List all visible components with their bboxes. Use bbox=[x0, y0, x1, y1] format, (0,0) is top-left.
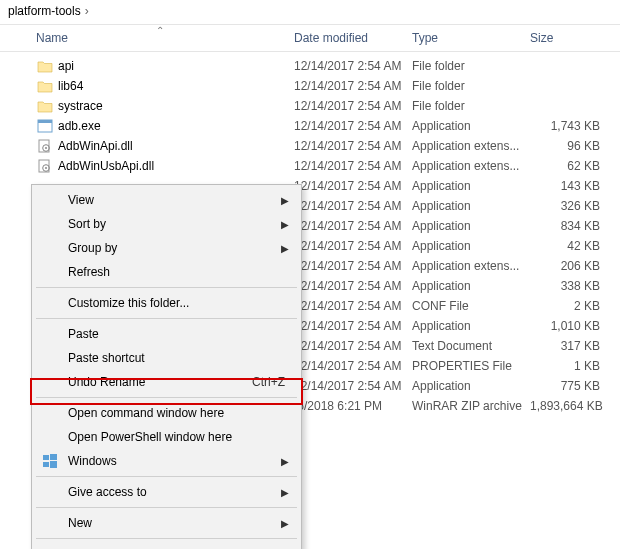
submenu-arrow-icon: ▶ bbox=[281, 487, 289, 498]
sort-caret-icon: ⌃ bbox=[156, 25, 164, 36]
file-date: 12/14/2017 2:54 AM bbox=[294, 239, 412, 253]
file-type: Application bbox=[412, 119, 530, 133]
column-size[interactable]: Size bbox=[530, 31, 620, 45]
file-size: 206 KB bbox=[530, 259, 600, 273]
file-name: lib64 bbox=[58, 79, 83, 93]
file-size: 96 KB bbox=[530, 139, 600, 153]
file-size: 1,010 KB bbox=[530, 319, 600, 333]
svg-rect-9 bbox=[50, 454, 57, 460]
file-date: 12/14/2017 2:54 AM bbox=[294, 139, 412, 153]
menu-label: Paste shortcut bbox=[68, 351, 145, 365]
file-name: adb.exe bbox=[58, 119, 101, 133]
file-type: Application bbox=[412, 199, 530, 213]
menu-paste[interactable]: Paste bbox=[34, 322, 299, 346]
menu-windows[interactable]: Windows ▶ bbox=[34, 449, 299, 473]
submenu-arrow-icon: ▶ bbox=[281, 456, 289, 467]
column-name[interactable]: Name ⌃ bbox=[36, 31, 294, 45]
menu-open-powershell-window-here[interactable]: Open PowerShell window here bbox=[34, 425, 299, 449]
menu-sort-by[interactable]: Sort by ▶ bbox=[34, 212, 299, 236]
file-type: Application bbox=[412, 239, 530, 253]
menu-label: Open command window here bbox=[68, 406, 224, 420]
file-type: File folder bbox=[412, 99, 530, 113]
file-size: 143 KB bbox=[530, 179, 600, 193]
svg-rect-11 bbox=[50, 461, 57, 468]
menu-label: Refresh bbox=[68, 265, 110, 279]
file-row[interactable]: api12/14/2017 2:54 AMFile folder bbox=[0, 56, 620, 76]
column-headers[interactable]: Name ⌃ Date modified Type Size bbox=[0, 25, 620, 52]
file-row[interactable]: AdbWinUsbApi.dll12/14/2017 2:54 AMApplic… bbox=[0, 156, 620, 176]
column-type[interactable]: Type bbox=[412, 31, 530, 45]
file-date: 12/14/2017 2:54 AM bbox=[294, 119, 412, 133]
file-name-cell: lib64 bbox=[36, 79, 294, 93]
menu-label: Customize this folder... bbox=[68, 296, 189, 310]
file-type: File folder bbox=[412, 59, 530, 73]
menu-separator bbox=[36, 476, 297, 477]
file-type: Application bbox=[412, 319, 530, 333]
menu-customize-folder[interactable]: Customize this folder... bbox=[34, 291, 299, 315]
menu-label: Sort by bbox=[68, 217, 106, 231]
menu-label: New bbox=[68, 516, 92, 530]
file-type: Application bbox=[412, 279, 530, 293]
column-date[interactable]: Date modified bbox=[294, 31, 412, 45]
submenu-arrow-icon: ▶ bbox=[281, 243, 289, 254]
file-type: Application extens... bbox=[412, 139, 530, 153]
menu-separator bbox=[36, 287, 297, 288]
file-date: 12/14/2017 2:54 AM bbox=[294, 199, 412, 213]
menu-give-access-to[interactable]: Give access to ▶ bbox=[34, 480, 299, 504]
menu-label: Paste bbox=[68, 327, 99, 341]
file-row[interactable]: AdbWinApi.dll12/14/2017 2:54 AMApplicati… bbox=[0, 136, 620, 156]
file-row[interactable]: adb.exe12/14/2017 2:54 AMApplication1,74… bbox=[0, 116, 620, 136]
menu-separator bbox=[36, 538, 297, 539]
file-name-cell: systrace bbox=[36, 99, 294, 113]
file-date: 12/14/2017 2:54 AM bbox=[294, 159, 412, 173]
file-date: 12/14/2017 2:54 AM bbox=[294, 379, 412, 393]
file-date: 12/14/2017 2:54 AM bbox=[294, 319, 412, 333]
svg-rect-1 bbox=[38, 120, 52, 123]
breadcrumb[interactable]: platform-tools › bbox=[0, 0, 620, 22]
svg-rect-10 bbox=[43, 462, 49, 467]
file-size: 326 KB bbox=[530, 199, 600, 213]
file-name: AdbWinApi.dll bbox=[58, 139, 133, 153]
breadcrumb-folder[interactable]: platform-tools bbox=[8, 4, 81, 18]
folder-icon bbox=[36, 59, 54, 73]
file-date: 12/14/2017 2:54 AM bbox=[294, 79, 412, 93]
folder-icon bbox=[36, 79, 54, 93]
file-size: 1,743 KB bbox=[530, 119, 600, 133]
file-date: 12/14/2017 2:54 AM bbox=[294, 339, 412, 353]
file-date: 12/14/2017 2:54 AM bbox=[294, 219, 412, 233]
menu-label: Group by bbox=[68, 241, 117, 255]
menu-properties[interactable]: Properties bbox=[34, 542, 299, 549]
submenu-arrow-icon: ▶ bbox=[281, 219, 289, 230]
file-size: 775 KB bbox=[530, 379, 600, 393]
file-size: 338 KB bbox=[530, 279, 600, 293]
file-date: 12/14/2017 2:54 AM bbox=[294, 59, 412, 73]
file-type: Application bbox=[412, 379, 530, 393]
menu-label: Open PowerShell window here bbox=[68, 430, 232, 444]
file-row[interactable]: systrace12/14/2017 2:54 AMFile folder bbox=[0, 96, 620, 116]
column-name-label: Name bbox=[36, 31, 68, 45]
menu-open-command-window-here[interactable]: Open command window here bbox=[34, 401, 299, 425]
file-size: 42 KB bbox=[530, 239, 600, 253]
exe-icon bbox=[36, 119, 54, 133]
file-size: 317 KB bbox=[530, 339, 600, 353]
svg-rect-8 bbox=[43, 455, 49, 460]
menu-group-by[interactable]: Group by ▶ bbox=[34, 236, 299, 260]
menu-paste-shortcut[interactable]: Paste shortcut bbox=[34, 346, 299, 370]
file-type: Text Document bbox=[412, 339, 530, 353]
file-type: Application bbox=[412, 179, 530, 193]
file-row[interactable]: lib6412/14/2017 2:54 AMFile folder bbox=[0, 76, 620, 96]
dll-icon bbox=[36, 139, 54, 153]
svg-point-7 bbox=[45, 167, 47, 169]
menu-refresh[interactable]: Refresh bbox=[34, 260, 299, 284]
menu-new[interactable]: New ▶ bbox=[34, 511, 299, 535]
file-size: 1,893,664 KB bbox=[530, 399, 600, 413]
context-menu: View ▶ Sort by ▶ Group by ▶ Refresh Cust… bbox=[31, 184, 302, 549]
file-date: 12/14/2017 2:54 AM bbox=[294, 99, 412, 113]
file-size: 2 KB bbox=[530, 299, 600, 313]
menu-undo-rename[interactable]: Undo Rename Ctrl+Z bbox=[34, 370, 299, 394]
file-type: PROPERTIES File bbox=[412, 359, 530, 373]
file-size: 62 KB bbox=[530, 159, 600, 173]
file-date: /5/2018 6:21 PM bbox=[294, 399, 412, 413]
menu-view[interactable]: View ▶ bbox=[34, 188, 299, 212]
menu-label: Windows bbox=[68, 454, 117, 468]
